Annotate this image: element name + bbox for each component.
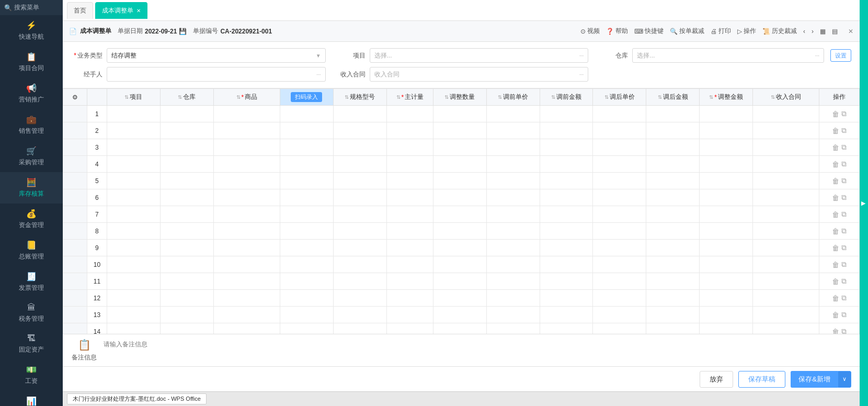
col-adj-amount-header[interactable]: ⇅*调整金额: [700, 89, 753, 106]
save-new-arrow-btn[interactable]: ∨: [838, 371, 851, 388]
row-income-contract-11[interactable]: [753, 273, 819, 290]
sidebar-item-fixed-assets[interactable]: 🏗固定资产: [0, 329, 63, 359]
row-pre-amount-11[interactable]: [540, 273, 593, 290]
col-spec-header[interactable]: ⇅规格型号: [333, 89, 386, 106]
scan-btn[interactable]: 扫码录入: [291, 92, 322, 102]
layout2-btn[interactable]: ▤: [832, 28, 838, 35]
row-warehouse-5[interactable]: [160, 173, 213, 189]
col-adj-qty-header[interactable]: ⇅调整数量: [433, 89, 486, 106]
notes-input[interactable]: [104, 339, 851, 350]
row-post-amount-12[interactable]: [646, 290, 700, 307]
row-post-unit-price-12[interactable]: [593, 290, 646, 307]
row-unit-12[interactable]: [386, 290, 433, 307]
sidebar-item-purchase-mgmt[interactable]: 🛒采购管理: [0, 141, 63, 172]
row-spec-3[interactable]: [333, 139, 386, 156]
row-post-unit-price-5[interactable]: [593, 173, 646, 189]
row-project-13[interactable]: [107, 307, 161, 323]
sidebar-item-ledger-mgmt[interactable]: 📒总账管理: [0, 235, 63, 266]
delete-icon-12[interactable]: 🗑: [832, 294, 839, 302]
copy-icon-14[interactable]: ⧉: [841, 327, 847, 334]
row-adj-amount-12[interactable]: [700, 290, 753, 307]
row-adj-qty-13[interactable]: [433, 307, 486, 323]
row-spec-1[interactable]: [333, 106, 386, 122]
row-post-amount-3[interactable]: [646, 139, 700, 156]
copy-icon-8[interactable]: ⧉: [841, 227, 847, 235]
row-spec-6[interactable]: [333, 189, 386, 206]
row-adj-qty-11[interactable]: [433, 273, 486, 290]
row-spec-4[interactable]: [333, 156, 386, 173]
col-income-contract-header[interactable]: ⇅收入合同: [753, 89, 819, 106]
sidebar-search-btn[interactable]: 🔍 搜索菜单: [0, 0, 63, 15]
save-icon[interactable]: 💾: [179, 28, 187, 35]
copy-icon-9[interactable]: ⧉: [841, 243, 847, 252]
row-scan-11[interactable]: [280, 273, 334, 290]
row-adj-qty-3[interactable]: [433, 139, 486, 156]
row-scan-12[interactable]: [280, 290, 334, 307]
sidebar-item-fund-mgmt[interactable]: 💰资金管理: [0, 204, 63, 235]
row-unit-6[interactable]: [386, 189, 433, 206]
row-project-3[interactable]: [107, 139, 161, 156]
row-project-12[interactable]: [107, 290, 161, 307]
row-post-amount-4[interactable]: [646, 156, 700, 173]
view-btn[interactable]: ⊙ 视频: [580, 27, 600, 36]
row-scan-13[interactable]: [280, 307, 334, 323]
print-btn[interactable]: 🖨 打印: [711, 27, 731, 36]
row-pre-amount-5[interactable]: [540, 173, 593, 189]
row-post-amount-8[interactable]: [646, 223, 700, 240]
copy-icon-10[interactable]: ⧉: [841, 260, 847, 269]
row-income-contract-9[interactable]: [753, 240, 819, 256]
row-adj-qty-5[interactable]: [433, 173, 486, 189]
row-goods-11[interactable]: [213, 273, 280, 290]
sidebar-item-invoice-mgmt[interactable]: 🧾发票管理: [0, 266, 63, 298]
row-income-contract-7[interactable]: [753, 206, 819, 223]
copy-icon-1[interactable]: ⧉: [841, 109, 847, 118]
delete-icon-4[interactable]: 🗑: [832, 160, 839, 168]
row-goods-1[interactable]: [213, 106, 280, 122]
row-unit-11[interactable]: [386, 273, 433, 290]
row-unit-2[interactable]: [386, 122, 433, 139]
row-income-contract-4[interactable]: [753, 156, 819, 173]
row-income-contract-6[interactable]: [753, 189, 819, 206]
project-input[interactable]: 选择... ···: [370, 48, 589, 63]
copy-icon-13[interactable]: ⧉: [841, 310, 847, 319]
row-post-unit-price-4[interactable]: [593, 156, 646, 173]
row-income-contract-10[interactable]: [753, 256, 819, 273]
row-spec-5[interactable]: [333, 173, 386, 189]
col-post-unit-price-header[interactable]: ⇅调后单价: [593, 89, 646, 106]
row-post-unit-price-10[interactable]: [593, 256, 646, 273]
row-project-9[interactable]: [107, 240, 161, 256]
row-goods-9[interactable]: [213, 240, 280, 256]
row-adj-amount-10[interactable]: [700, 256, 753, 273]
row-pre-amount-10[interactable]: [540, 256, 593, 273]
row-pre-amount-13[interactable]: [540, 307, 593, 323]
row-project-1[interactable]: [107, 106, 161, 122]
row-adj-qty-10[interactable]: [433, 256, 486, 273]
taskbar-item-0[interactable]: 木门行业好业财处理方案-墨红红.doc - WPS Office: [67, 393, 207, 404]
row-adj-qty-8[interactable]: [433, 223, 486, 240]
abandon-btn[interactable]: 放弃: [700, 371, 733, 388]
row-adj-qty-4[interactable]: [433, 156, 486, 173]
row-spec-12[interactable]: [333, 290, 386, 307]
tab-cost-adjust-close[interactable]: ✕: [136, 8, 141, 14]
delete-icon-14[interactable]: 🗑: [832, 328, 839, 334]
row-scan-8[interactable]: [280, 223, 334, 240]
row-goods-14[interactable]: [213, 323, 280, 334]
row-pre-amount-6[interactable]: [540, 189, 593, 206]
row-warehouse-7[interactable]: [160, 206, 213, 223]
sidebar-item-sales-promotion[interactable]: 📢营销推广: [0, 78, 63, 109]
row-pre-amount-4[interactable]: [540, 156, 593, 173]
row-pre-unit-price-10[interactable]: [486, 256, 540, 273]
copy-icon-4[interactable]: ⧉: [841, 160, 847, 168]
row-project-11[interactable]: [107, 273, 161, 290]
row-project-4[interactable]: [107, 156, 161, 173]
save-draft-btn[interactable]: 保存草稿: [738, 371, 785, 388]
delete-icon-3[interactable]: 🗑: [832, 143, 839, 152]
row-goods-12[interactable]: [213, 290, 280, 307]
row-spec-14[interactable]: [333, 323, 386, 334]
row-post-unit-price-14[interactable]: [593, 323, 646, 334]
row-warehouse-6[interactable]: [160, 189, 213, 206]
row-adj-qty-7[interactable]: [433, 206, 486, 223]
row-post-amount-7[interactable]: [646, 206, 700, 223]
sidebar-item-payroll[interactable]: 💵工资: [0, 359, 63, 391]
row-income-contract-8[interactable]: [753, 223, 819, 240]
